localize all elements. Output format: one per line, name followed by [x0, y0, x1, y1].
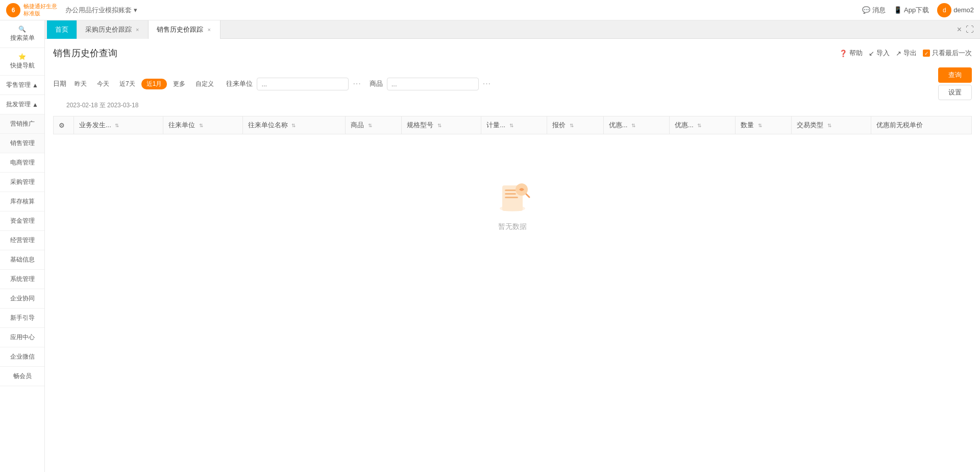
- col-pre-tax[interactable]: 优惠前无税单价: [871, 116, 971, 134]
- sidebar-item-inventory[interactable]: 库存核算: [0, 192, 44, 211]
- filter-bar: 日期 昨天 今天 近7天 近1月 更多 自定义 往来单位 ··: [53, 67, 972, 100]
- sidebar-item-wholesale[interactable]: 批发管理 ▲: [0, 95, 44, 114]
- sort-icon: ⇅: [199, 123, 203, 128]
- sidebar-item-system[interactable]: 系统管理: [0, 270, 44, 289]
- sort-icon: ⇅: [509, 123, 513, 128]
- arrow-up-icon: ▲: [32, 82, 38, 89]
- sort-icon: ⇅: [827, 123, 831, 128]
- message-button[interactable]: 💬 消息: [862, 6, 886, 15]
- message-icon: 💬: [862, 6, 870, 14]
- sort-icon: ⇅: [437, 123, 442, 128]
- user-menu[interactable]: d demo2: [937, 3, 974, 17]
- sidebar-item-ecommerce[interactable]: 电商管理: [0, 153, 44, 173]
- page-title: 销售历史价查询: [53, 47, 117, 59]
- top-bar: 6 畅捷通好生意 标准版 办公用品行业模拟账套 ▾ 💬 消息 📱 App下载 d…: [0, 0, 980, 20]
- date-btn-today[interactable]: 今天: [93, 79, 113, 89]
- tab-home[interactable]: 首页: [47, 20, 77, 39]
- sidebar-item-marketing[interactable]: 营销推广: [0, 114, 44, 134]
- data-table: ⚙ 业务发生... ⇅ 往来单位 ⇅: [53, 116, 972, 134]
- svg-rect-4: [505, 197, 518, 198]
- sidebar-item-operations[interactable]: 经营管理: [0, 231, 44, 250]
- top-bar-right: 💬 消息 📱 App下载 d demo2: [862, 3, 974, 17]
- tab-purchase-close[interactable]: ×: [135, 26, 140, 34]
- top-bar-left: 6 畅捷通好生意 标准版 办公用品行业模拟账套 ▾: [6, 3, 141, 17]
- main-layout: 🔍 搜索菜单 ⭐ 快捷导航 零售管理 ▲ 批发管理 ▲ 营销推广 销售管理 电商…: [0, 20, 980, 472]
- import-icon: ↙: [869, 50, 874, 57]
- logo-icon: 6: [6, 3, 20, 17]
- partner-filter-group: 往来单位 ···: [226, 78, 361, 90]
- table-container: ⚙ 业务发生... ⇅ 往来单位 ⇅: [53, 116, 972, 134]
- app-download-button[interactable]: 📱 App下载: [894, 6, 929, 15]
- page-header-actions: ❓ 帮助 ↙ 导入 ↗ 导出 ✓ 只看最后一次: [839, 49, 972, 58]
- col-biz-date[interactable]: 业务发生... ⇅: [74, 116, 163, 134]
- sidebar-item-guide[interactable]: 新手引导: [0, 309, 44, 328]
- col-goods[interactable]: 商品 ⇅: [346, 116, 402, 134]
- arrow-up-icon: ▲: [32, 101, 38, 108]
- svg-rect-3: [505, 193, 516, 195]
- date-btn-more[interactable]: 更多: [169, 79, 189, 89]
- col-unit[interactable]: 计量... ⇅: [481, 116, 547, 134]
- svg-line-6: [526, 194, 529, 197]
- sidebar-item-enterprise[interactable]: 企业协同: [0, 289, 44, 309]
- sidebar-item-app-center[interactable]: 应用中心: [0, 328, 44, 347]
- query-button[interactable]: 查询: [938, 67, 972, 83]
- goods-input[interactable]: [387, 78, 479, 90]
- tab-close-action[interactable]: ×: [957, 25, 962, 34]
- date-btn-yesterday[interactable]: 昨天: [70, 79, 91, 89]
- tab-sales-close[interactable]: ×: [206, 26, 211, 34]
- checkbox-checked-icon: ✓: [923, 50, 930, 57]
- col-quantity[interactable]: 数量 ⇅: [735, 116, 791, 134]
- settings-button[interactable]: 设置: [938, 85, 972, 100]
- col-quote[interactable]: 报价 ⇅: [547, 116, 603, 134]
- content-area: 首页 采购历史价跟踪 × 销售历史价跟踪 × × ⛶ 销售历史价查询: [45, 20, 980, 472]
- date-btn-custom[interactable]: 自定义: [191, 79, 218, 89]
- sort-icon: ⇅: [291, 123, 296, 128]
- sidebar-item-search[interactable]: 🔍 搜索菜单: [0, 20, 44, 48]
- sort-icon: ⇅: [570, 123, 574, 128]
- empty-state: 暂无数据: [53, 134, 972, 272]
- help-button[interactable]: ❓ 帮助: [839, 49, 863, 58]
- import-button[interactable]: ↙ 导入: [869, 49, 890, 58]
- download-icon: 📱: [894, 6, 902, 14]
- sidebar-item-member[interactable]: 畅会员: [0, 367, 44, 386]
- goods-filter-group: 商品 ···: [370, 78, 491, 90]
- partner-more-icon[interactable]: ···: [353, 79, 361, 88]
- date-btn-7days[interactable]: 近7天: [115, 79, 139, 89]
- help-icon: ❓: [839, 50, 847, 57]
- col-trade-type[interactable]: 交易类型 ⇅: [792, 116, 871, 134]
- tab-bar-actions: × ⛶: [957, 25, 978, 34]
- settings-icon[interactable]: ⚙: [59, 122, 65, 129]
- col-spec[interactable]: 规格型号 ⇅: [402, 116, 481, 134]
- col-discount2[interactable]: 优惠... ⇅: [669, 116, 735, 134]
- tab-bar: 首页 采购历史价跟踪 × 销售历史价跟踪 × × ⛶: [45, 20, 980, 39]
- col-partner-name[interactable]: 往来单位名称 ⇅: [242, 116, 346, 134]
- nav-icon: ⭐: [18, 53, 26, 60]
- tab-sales-history[interactable]: 销售历史价跟踪 ×: [149, 20, 220, 39]
- sidebar-item-finance[interactable]: 资金管理: [0, 211, 44, 231]
- sidebar-item-purchase[interactable]: 采购管理: [0, 173, 44, 192]
- goods-more-icon[interactable]: ···: [483, 79, 491, 88]
- sort-icon: ⇅: [115, 123, 119, 128]
- sidebar-item-quicknav[interactable]: ⭐ 快捷导航: [0, 48, 44, 76]
- tab-purchase-history[interactable]: 采购历史价跟踪 ×: [77, 20, 149, 39]
- tab-fullscreen-action[interactable]: ⛶: [966, 25, 974, 34]
- col-discount1[interactable]: 优惠... ⇅: [603, 116, 669, 134]
- sidebar-item-basics[interactable]: 基础信息: [0, 250, 44, 270]
- sidebar-item-wechat[interactable]: 企业微信: [0, 347, 44, 367]
- col-settings[interactable]: ⚙: [54, 116, 74, 134]
- sidebar-item-sales[interactable]: 销售管理: [0, 134, 44, 153]
- app-selector[interactable]: 办公用品行业模拟账套 ▾: [61, 6, 141, 15]
- only-last-checkbox[interactable]: ✓ 只看最后一次: [923, 49, 972, 58]
- logo-area: 6 畅捷通好生意 标准版: [6, 3, 57, 17]
- sidebar-item-retail[interactable]: 零售管理 ▲: [0, 76, 44, 95]
- page-header: 销售历史价查询 ❓ 帮助 ↙ 导入 ↗ 导出: [53, 47, 972, 59]
- sort-icon: ⇅: [697, 123, 701, 128]
- logo-text: 畅捷通好生意 标准版: [23, 3, 57, 16]
- col-partner-code[interactable]: 往来单位 ⇅: [163, 116, 242, 134]
- export-button[interactable]: ↗ 导出: [896, 49, 917, 58]
- partner-input[interactable]: [257, 78, 349, 90]
- sort-icon: ⇅: [368, 123, 372, 128]
- date-btn-1month[interactable]: 近1月: [141, 79, 167, 89]
- empty-icon: [492, 175, 533, 216]
- search-icon: 🔍: [18, 26, 26, 33]
